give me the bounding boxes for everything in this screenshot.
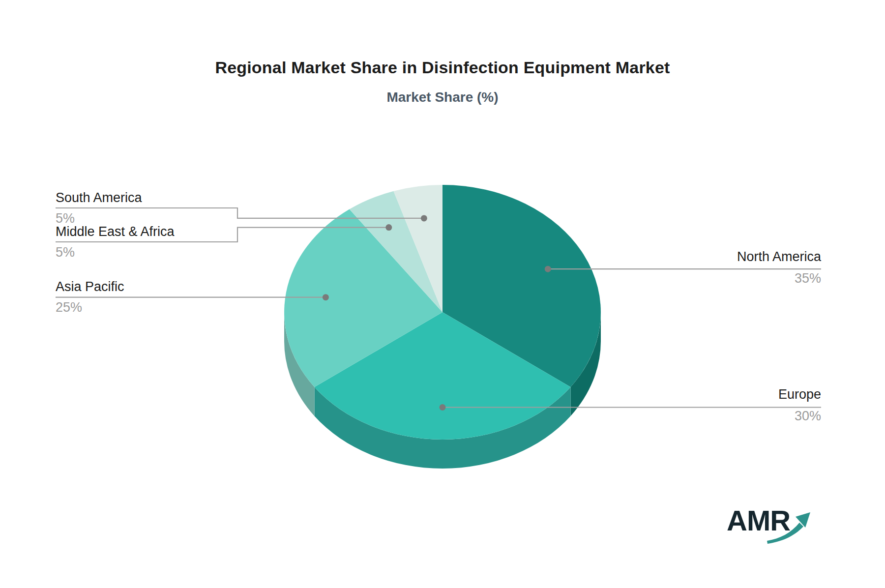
slice-value-asia-pacific: 25% [56,300,82,315]
pie-chart [0,0,885,588]
leader-dot-asia-pacific [323,294,329,300]
leader-dot-north-america [545,266,551,272]
amr-logo: AMR [727,506,825,551]
leader-dot-south-america [421,215,427,221]
slice-label-south-america: South America [56,190,142,206]
page-root: Regional Market Share in Disinfection Eq… [0,0,885,588]
slice-value-north-america: 35% [795,271,821,286]
slice-value-south-america: 5% [56,211,75,226]
leader-dot-middle-east-africa [385,224,392,231]
slice-label-middle-east-africa: Middle East & Africa [56,224,175,239]
slice-value-europe: 30% [795,409,821,424]
slice-label-asia-pacific: Asia Pacific [56,279,124,294]
amr-logo-arrow-icon [764,508,813,546]
leader-dot-europe [440,404,446,411]
slice-label-europe: Europe [778,387,821,402]
slice-label-north-america: North America [737,249,821,265]
pie-slices [284,185,601,440]
slice-value-middle-east-africa: 5% [56,245,75,260]
